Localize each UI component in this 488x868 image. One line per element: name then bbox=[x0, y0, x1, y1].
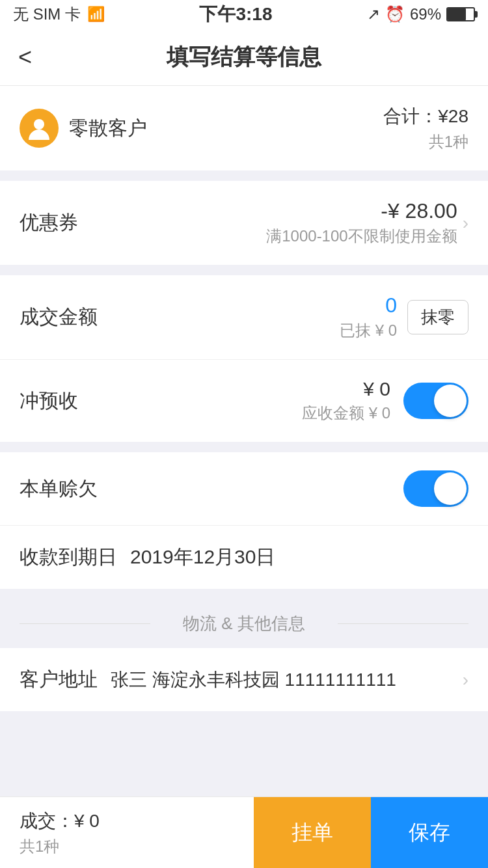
address-value: 张三 海淀永丰科技园 11111111111 bbox=[111, 668, 396, 692]
address-row[interactable]: 客户地址 张三 海淀永丰科技园 11111111111 › bbox=[0, 648, 488, 711]
status-time: 下午3:18 bbox=[199, 2, 272, 27]
bottom-summary: 成交：¥ 0 共1种 bbox=[0, 809, 254, 857]
back-button[interactable]: < bbox=[18, 44, 32, 71]
carrier-text: 无 SIM 卡 bbox=[13, 4, 81, 25]
coupon-row[interactable]: 优惠券 -¥ 28.00 满1000-100不限制使用金额 › bbox=[0, 181, 488, 265]
coupon-section: 优惠券 -¥ 28.00 满1000-100不限制使用金额 › bbox=[0, 181, 488, 265]
hold-button[interactable]: 挂单 bbox=[254, 797, 371, 868]
bottom-deal-amount: ¥ 0 bbox=[74, 811, 100, 831]
deal-amount-row: 成交金额 已抹 ¥ 0 抹零 bbox=[0, 275, 488, 360]
battery-percent: 69% bbox=[410, 5, 441, 23]
prepay-row: 冲预收 ¥ 0 应收金额 ¥ 0 bbox=[0, 360, 488, 442]
credit-row: 本单赊欠 bbox=[0, 452, 488, 525]
deal-right-col: 已抹 ¥ 0 bbox=[136, 293, 397, 341]
credit-label: 本单赊欠 bbox=[20, 476, 98, 502]
prepay-right: ¥ 0 应收金额 ¥ 0 bbox=[302, 378, 468, 424]
bottom-deal-label: 成交： bbox=[20, 811, 74, 831]
bottom-count: 共1种 bbox=[20, 836, 234, 857]
credit-toggle-knob bbox=[434, 472, 467, 505]
credit-toggle[interactable] bbox=[403, 470, 468, 507]
prepay-sub-text: 应收金额 ¥ 0 bbox=[302, 403, 390, 424]
round-zero-button[interactable]: 抹零 bbox=[407, 300, 468, 334]
save-button[interactable]: 保存 bbox=[371, 797, 488, 868]
logistics-label: 物流 & 其他信息 bbox=[183, 612, 305, 635]
address-section: 客户地址 张三 海淀永丰科技园 11111111111 › bbox=[0, 648, 488, 711]
status-right: ↗ ⏰ 69% bbox=[367, 5, 475, 23]
avatar bbox=[20, 109, 59, 148]
status-left: 无 SIM 卡 📶 bbox=[13, 4, 105, 25]
logistics-divider: 物流 & 其他信息 bbox=[0, 599, 488, 648]
customer-name: 零散客户 bbox=[69, 115, 147, 142]
coupon-discount-value: -¥ 28.00 bbox=[78, 199, 457, 223]
svg-point-0 bbox=[34, 119, 44, 129]
due-date-label: 收款到期日 bbox=[20, 544, 117, 571]
bottom-deal-text: 成交：¥ 0 bbox=[20, 809, 234, 834]
bottom-bar: 成交：¥ 0 共1种 挂单 保存 bbox=[0, 796, 488, 868]
status-bar: 无 SIM 卡 📶 下午3:18 ↗ ⏰ 69% bbox=[0, 0, 488, 29]
battery-icon bbox=[446, 7, 475, 21]
coupon-sub-text: 满1000-100不限制使用金额 bbox=[78, 226, 457, 247]
deal-section: 成交金额 已抹 ¥ 0 抹零 冲预收 ¥ 0 应收金额 ¥ 0 bbox=[0, 275, 488, 442]
customer-summary: 合计：¥28 共1种 bbox=[383, 104, 468, 152]
nav-bar: < 填写结算等信息 bbox=[0, 29, 488, 86]
coupon-chevron-icon: › bbox=[463, 213, 468, 234]
deal-amount-input[interactable] bbox=[136, 293, 397, 318]
customer-total: 合计：¥28 bbox=[383, 104, 468, 129]
prepay-amount-col: ¥ 0 应收金额 ¥ 0 bbox=[302, 378, 390, 424]
credit-section: 本单赊欠 收款到期日 2019年12月30日 bbox=[0, 452, 488, 589]
content-area: 零散客户 合计：¥28 共1种 优惠券 -¥ 28.00 满1000-100不限… bbox=[0, 86, 488, 800]
due-date-value: 2019年12月30日 bbox=[130, 544, 275, 571]
address-left: 客户地址 张三 海淀永丰科技园 11111111111 bbox=[20, 666, 396, 693]
toggle-knob bbox=[434, 385, 467, 417]
prepay-label: 冲预收 bbox=[20, 388, 78, 414]
coupon-label: 优惠券 bbox=[20, 210, 78, 236]
avatar-icon bbox=[20, 109, 59, 148]
page-title: 填写结算等信息 bbox=[167, 42, 321, 72]
deal-sub-text: 已抹 ¥ 0 bbox=[136, 320, 397, 341]
location-icon: ↗ bbox=[367, 5, 380, 23]
due-date-row[interactable]: 收款到期日 2019年12月30日 bbox=[0, 525, 488, 589]
address-chevron-icon: › bbox=[463, 670, 468, 690]
customer-row: 零散客户 合计：¥28 共1种 bbox=[0, 86, 488, 170]
wifi-icon: 📶 bbox=[87, 6, 105, 23]
deal-amount-right: 已抹 ¥ 0 抹零 bbox=[98, 293, 468, 341]
deal-amount-label: 成交金额 bbox=[20, 304, 98, 331]
customer-left: 零散客户 bbox=[20, 109, 147, 148]
prepay-toggle[interactable] bbox=[403, 383, 468, 419]
customer-count: 共1种 bbox=[383, 131, 468, 152]
address-label: 客户地址 bbox=[20, 666, 98, 693]
prepay-amount: ¥ 0 bbox=[302, 378, 390, 400]
alarm-icon: ⏰ bbox=[385, 5, 405, 23]
coupon-right: -¥ 28.00 满1000-100不限制使用金额 bbox=[78, 199, 457, 247]
